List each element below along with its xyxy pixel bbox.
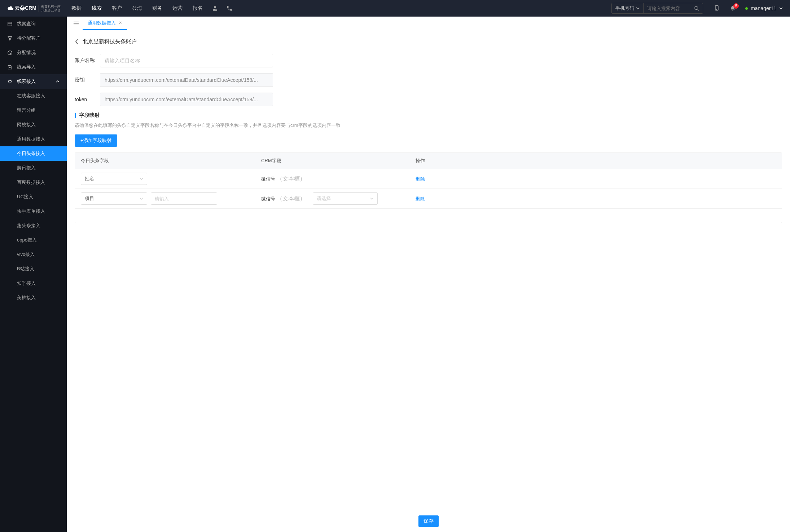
user-menu[interactable]: manager11 [745, 5, 783, 11]
username: manager11 [751, 5, 776, 11]
token-input[interactable] [100, 93, 273, 106]
phone-icon[interactable] [226, 5, 233, 12]
sidebar-item-distribution[interactable]: 分配情况 [0, 45, 67, 60]
sidebar: 线索查询 待分配客户 分配情况 线索导入 线索接入 在线客服接入留言分组网校接入… [0, 17, 67, 532]
save-button[interactable]: 保存 [418, 515, 439, 527]
secret-input[interactable] [100, 73, 273, 87]
sidebar-item-leads-query[interactable]: 线索查询 [0, 17, 67, 31]
topnav-item-leads[interactable]: 线索 [92, 5, 102, 12]
notification-bell[interactable]: 5 [730, 5, 736, 12]
crm-field-hint: （文本框） [277, 195, 306, 201]
section-header: 字段映射 [75, 112, 782, 119]
table-row: 姓名 微信号 （文本框） 删除 [75, 169, 782, 189]
logo-brand: 云朵CRM [7, 5, 36, 12]
sidebar-sub-0[interactable]: 在线客服接入 [0, 89, 67, 103]
right-icons: 5 manager11 [714, 5, 783, 12]
logo: 云朵CRM 教育机构一站式服务云平台 [7, 5, 61, 12]
search-icon [694, 6, 699, 11]
sidebar-sub-5[interactable]: 腾讯接入 [0, 161, 67, 175]
topnav-item-ops[interactable]: 运营 [172, 5, 183, 12]
sidebar-sub-11[interactable]: vivo接入 [0, 247, 67, 262]
svg-rect-5 [8, 22, 12, 26]
header-crm-field: CRM字段 [261, 158, 416, 164]
chevron-down-icon [636, 6, 640, 10]
import-icon [7, 65, 13, 70]
delete-link[interactable]: 删除 [416, 196, 425, 201]
delete-link[interactable]: 删除 [416, 176, 425, 182]
tab-general-data[interactable]: 通用数据接入 ✕ [83, 17, 127, 30]
sidebar-sub-8[interactable]: 快手表单接入 [0, 204, 67, 218]
breadcrumb: 北京昱新科技头条账户 [75, 38, 782, 45]
sidebar-sub-7[interactable]: UC接入 [0, 190, 67, 204]
toutiao-field-select[interactable]: 项目 [81, 192, 147, 205]
chevron-down-icon [140, 197, 143, 200]
chevron-left-icon [75, 39, 79, 45]
sidebar-sub-10[interactable]: oppo接入 [0, 233, 67, 247]
sidebar-sub-9[interactable]: 趣头条接入 [0, 218, 67, 233]
sidebar-item-import[interactable]: 线索导入 [0, 60, 67, 74]
sidebar-sub-3[interactable]: 通用数据接入 [0, 132, 67, 146]
sidebar-item-pending[interactable]: 待分配客户 [0, 31, 67, 45]
footer-bar: 保存 [67, 510, 790, 532]
svg-point-2 [695, 6, 698, 9]
topnav-item-customer[interactable]: 客户 [112, 5, 122, 12]
user-icon[interactable] [212, 5, 218, 12]
header-toutiao-field: 今日头条字段 [81, 158, 261, 164]
search-box: 手机号码 [611, 3, 703, 14]
sidebar-sub-4[interactable]: 今日头条接入 [0, 146, 67, 161]
table-header: 今日头条字段 CRM字段 操作 [75, 153, 782, 169]
svg-point-0 [214, 6, 216, 8]
topnav: 数据 线索 客户 公海 财务 运营 报名 [71, 5, 203, 12]
crm-field-hint: （文本框） [277, 176, 306, 182]
sidebar-sub-6[interactable]: 百度数据接入 [0, 175, 67, 190]
sidebar-collapse-button[interactable] [70, 21, 83, 26]
plug-icon [7, 79, 13, 84]
crm-field-value: 微信号 [261, 176, 275, 182]
chart-icon [7, 50, 13, 56]
chevron-down-icon [779, 6, 783, 10]
mobile-icon[interactable] [714, 5, 720, 12]
tab-close-button[interactable]: ✕ [119, 21, 122, 25]
filter-icon [7, 36, 13, 41]
account-name-label: 账户名称 [75, 57, 100, 64]
sidebar-sub-14[interactable]: 美柚接入 [0, 291, 67, 305]
page-body: 北京昱新科技头条账户 账户名称 密钥 token 字段映射 [67, 30, 790, 532]
account-name-input[interactable] [100, 54, 273, 67]
add-field-mapping-button[interactable]: +添加字段映射 [75, 134, 117, 147]
logo-subtitle: 教育机构一站式服务云平台 [39, 5, 61, 12]
topnav-item-finance[interactable]: 财务 [152, 5, 162, 12]
status-dot [745, 7, 748, 10]
search-type-selector[interactable]: 手机号码 [612, 3, 644, 13]
sidebar-sub-13[interactable]: 知乎接入 [0, 276, 67, 291]
sidebar-sub-12[interactable]: B站接入 [0, 262, 67, 276]
tabs-bar: 通用数据接入 ✕ [67, 17, 790, 30]
crm-field-value: 微信号 [261, 196, 275, 201]
toutiao-field-select[interactable]: 姓名 [81, 173, 147, 185]
search-button[interactable] [690, 3, 703, 13]
topbar: 云朵CRM 教育机构一站式服务云平台 数据 线索 客户 公海 财务 运营 报名 … [0, 0, 790, 17]
sidebar-sub-1[interactable]: 留言分组 [0, 103, 67, 118]
table-row-empty [75, 208, 782, 223]
chevron-down-icon [370, 197, 374, 200]
menu-icon [73, 21, 79, 26]
content-area: 通用数据接入 ✕ 北京昱新科技头条账户 账户名称 密钥 [67, 17, 790, 532]
svg-point-4 [717, 9, 717, 9]
search-input[interactable] [644, 6, 690, 11]
section-description: 请确保您在此填写的头条自定义字段名称与在今日头条平台中自定义的字段名称一致，并且… [75, 122, 782, 129]
chevron-up-icon [56, 80, 60, 83]
section-title: 字段映射 [79, 112, 100, 119]
topnav-item-pool[interactable]: 公海 [132, 5, 142, 12]
back-button[interactable] [75, 39, 79, 45]
sidebar-item-integration[interactable]: 线索接入 [0, 74, 67, 89]
section-marker [75, 113, 76, 118]
topnav-item-enroll[interactable]: 报名 [193, 5, 203, 12]
notification-badge: 5 [733, 3, 739, 9]
table-row: 项目 微信号 （文本框） 请选择 [75, 189, 782, 208]
toutiao-field-input[interactable] [151, 192, 217, 205]
page-title: 北京昱新科技头条账户 [83, 38, 137, 45]
topnav-item-data[interactable]: 数据 [71, 5, 82, 12]
crm-field-select[interactable]: 请选择 [313, 192, 378, 205]
header-action: 操作 [416, 158, 776, 164]
chevron-down-icon [140, 177, 143, 181]
sidebar-sub-2[interactable]: 网校接入 [0, 118, 67, 132]
